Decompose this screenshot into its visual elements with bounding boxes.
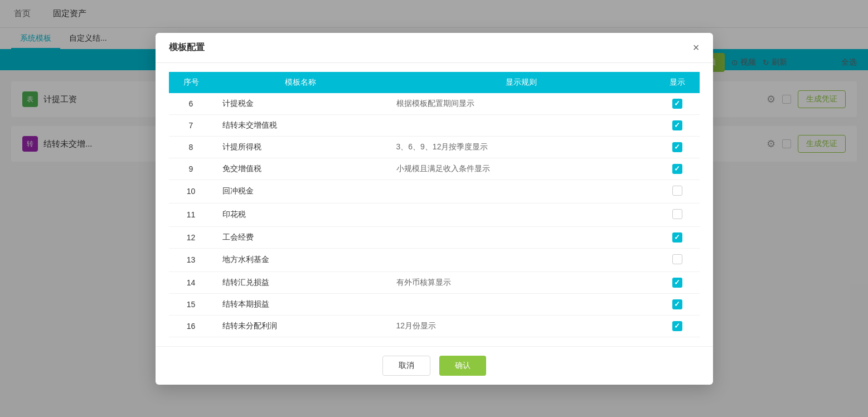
checkbox-6[interactable] [672, 232, 682, 243]
modal-header: 模板配置 × [156, 33, 713, 63]
table-body: 6计提税金根据模板配置期间显示7结转未交增值税8计提所得税3、6、9、12月按季… [169, 93, 700, 337]
cell-seq-7: 13 [169, 248, 214, 271]
table-scroll-container[interactable]: 序号 模板名称 显示规则 显示 6计提税金根据模板配置期间显示7结转未交增值税8… [169, 72, 700, 337]
cell-check-6 [655, 226, 700, 248]
modal-body: 序号 模板名称 显示规则 显示 6计提税金根据模板配置期间显示7结转未交增值税8… [156, 63, 713, 346]
cell-rule-5 [387, 203, 655, 226]
table-row: 11印花税 [169, 203, 700, 226]
cell-seq-9: 15 [169, 293, 214, 315]
cell-seq-8: 14 [169, 271, 214, 293]
table-row: 12工会经费 [169, 226, 700, 248]
cell-name-7: 地方水利基金 [214, 248, 387, 271]
config-table: 序号 模板名称 显示规则 显示 6计提税金根据模板配置期间显示7结转未交增值税8… [169, 72, 700, 337]
checkbox-7[interactable] [672, 254, 682, 264]
cell-name-3: 免交增值税 [214, 158, 387, 180]
cell-seq-2: 8 [169, 136, 214, 158]
cell-seq-0: 6 [169, 93, 214, 115]
cell-name-10: 结转未分配利润 [214, 315, 387, 337]
col-header-rule: 显示规则 [387, 72, 655, 93]
cell-name-6: 工会经费 [214, 226, 387, 248]
cell-seq-3: 9 [169, 158, 214, 180]
table-row: 14结转汇兑损益有外币核算显示 [169, 271, 700, 293]
checkbox-5[interactable] [672, 209, 682, 219]
template-config-modal: 模板配置 × 序号 模板名称 显示规则 显示 6计提税金根据模板配置期间显示7结… [156, 33, 713, 385]
modal-close-button[interactable]: × [693, 42, 700, 53]
cell-check-1 [655, 114, 700, 136]
table-row: 10回冲税金 [169, 180, 700, 203]
cell-check-0 [655, 93, 700, 115]
modal-footer: 取消 确认 [156, 346, 713, 385]
cell-name-4: 回冲税金 [214, 180, 387, 203]
cell-seq-10: 16 [169, 315, 214, 337]
confirm-button[interactable]: 确认 [439, 356, 486, 376]
cell-check-5 [655, 203, 700, 226]
cell-rule-7 [387, 248, 655, 271]
cell-check-4 [655, 180, 700, 203]
table-row: 6计提税金根据模板配置期间显示 [169, 93, 700, 115]
cell-rule-0: 根据模板配置期间显示 [387, 93, 655, 115]
cell-name-1: 结转未交增值税 [214, 114, 387, 136]
checkbox-9[interactable] [672, 299, 682, 309]
cell-rule-6 [387, 226, 655, 248]
checkbox-2[interactable] [672, 142, 682, 152]
table-row: 8计提所得税3、6、9、12月按季度显示 [169, 136, 700, 158]
cell-rule-10: 12月份显示 [387, 315, 655, 337]
checkbox-10[interactable] [672, 321, 682, 331]
cell-rule-8: 有外币核算显示 [387, 271, 655, 293]
col-header-seq: 序号 [169, 72, 214, 93]
modal-title: 模板配置 [169, 42, 205, 54]
col-header-show: 显示 [655, 72, 700, 93]
cell-rule-1 [387, 114, 655, 136]
table-row: 7结转未交增值税 [169, 114, 700, 136]
cell-name-8: 结转汇兑损益 [214, 271, 387, 293]
cell-check-8 [655, 271, 700, 293]
table-row: 9免交增值税小规模且满足收入条件显示 [169, 158, 700, 180]
cell-rule-9 [387, 293, 655, 315]
cell-seq-5: 11 [169, 203, 214, 226]
col-header-name: 模板名称 [214, 72, 387, 93]
cell-check-7 [655, 248, 700, 271]
table-row: 15结转本期损益 [169, 293, 700, 315]
cell-name-9: 结转本期损益 [214, 293, 387, 315]
checkbox-8[interactable] [672, 278, 682, 288]
cell-rule-3: 小规模且满足收入条件显示 [387, 158, 655, 180]
modal-overlay: 模板配置 × 序号 模板名称 显示规则 显示 6计提税金根据模板配置期间显示7结… [0, 0, 868, 417]
checkbox-3[interactable] [672, 164, 682, 174]
cell-check-10 [655, 315, 700, 337]
cell-check-2 [655, 136, 700, 158]
cancel-button[interactable]: 取消 [382, 356, 430, 376]
cell-name-0: 计提税金 [214, 93, 387, 115]
cell-rule-4 [387, 180, 655, 203]
cell-seq-1: 7 [169, 114, 214, 136]
checkbox-0[interactable] [672, 99, 682, 109]
cell-seq-4: 10 [169, 180, 214, 203]
cell-rule-2: 3、6、9、12月按季度显示 [387, 136, 655, 158]
checkbox-1[interactable] [672, 120, 682, 130]
cell-check-3 [655, 158, 700, 180]
cell-check-9 [655, 293, 700, 315]
table-header: 序号 模板名称 显示规则 显示 [169, 72, 700, 93]
checkbox-4[interactable] [672, 186, 682, 196]
cell-name-2: 计提所得税 [214, 136, 387, 158]
cell-seq-6: 12 [169, 226, 214, 248]
table-row: 16结转未分配利润12月份显示 [169, 315, 700, 337]
table-row: 13地方水利基金 [169, 248, 700, 271]
cell-name-5: 印花税 [214, 203, 387, 226]
